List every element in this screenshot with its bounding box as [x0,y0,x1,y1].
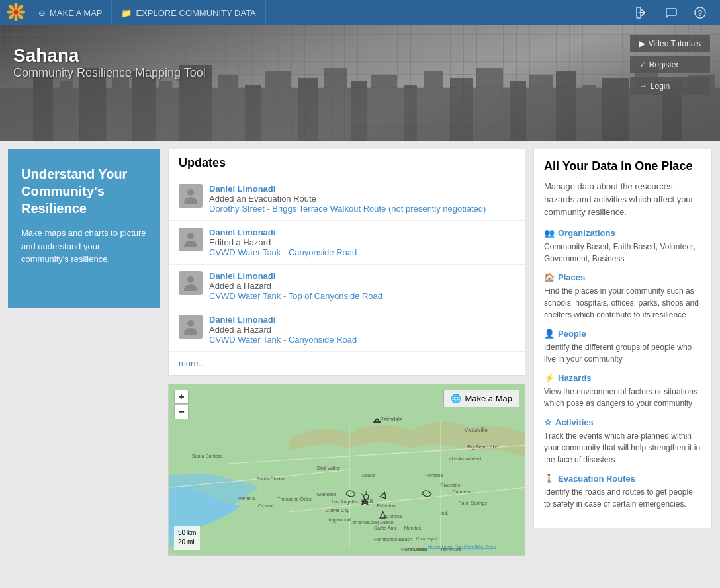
svg-point-2 [14,3,17,9]
svg-text:Humanitarian OpenStreetMap Tea: Humanitarian OpenStreetMap Team [428,544,496,550]
update-avatar [179,184,202,208]
right-panel-description: Manage data about the resources, hazards… [544,180,701,219]
explore-label: EXPLORE COMMUNITY DATA [136,8,255,18]
section-title[interactable]: ⚡ Hazards [544,373,701,383]
update-item: Daniel Limonadi Edited a Hazard CVWD Wat… [169,221,525,265]
svg-text:Temecula: Temecula [440,546,461,552]
data-section-places: 🏠 Places Find the places in your communi… [544,273,701,321]
map-controls: + − [174,390,189,419]
map-make-map-button[interactable]: 🌐 Make a Map [443,390,519,407]
section-description: Community Based, Faith Based, Volunteer,… [544,241,701,265]
update-action-text: Added a Hazard [209,325,515,335]
video-icon: ▶ [639,39,645,48]
section-icon: 👤 [544,329,555,339]
chat-nav-icon[interactable] [658,0,684,25]
data-section-people: 👤 People Identify the different groups o… [544,329,701,365]
svg-text:Calmesa: Calmesa [453,489,472,495]
help-nav-icon[interactable]: ? [687,0,713,25]
svg-text:Corona: Corona [386,513,402,519]
hero-banner: Sahana Community Resilience Mapping Tool… [0,25,720,141]
make-map-nav[interactable]: ⊕ MAKE A MAP [29,0,112,25]
map-legend-km: 50 km [178,528,196,538]
updates-list: Daniel Limonadi Added an Evacuation Rout… [169,177,525,352]
more-link[interactable]: more... [169,352,525,375]
update-avatar [179,271,202,295]
svg-text:?: ? [698,9,702,18]
update-content: Daniel Limonadi Edited a Hazard CVWD Wat… [209,228,515,257]
update-action-text: Added a Hazard [209,281,515,291]
updates-heading: Updates [169,149,525,177]
svg-text:Santa Barbara: Santa Barbara [192,453,224,459]
svg-text:Azusa: Azusa [362,472,376,478]
section-title[interactable]: ☆ Activities [544,417,701,427]
section-title[interactable]: 🏠 Places [544,273,701,282]
svg-point-15 [187,276,194,283]
update-author-name[interactable]: Daniel Limonadi [209,271,275,281]
svg-text:Ventura: Ventura [238,495,255,501]
section-icon: 🚶 [544,474,555,483]
left-panel: Understand Your Community's Resilience M… [8,149,160,308]
folder-icon: 📁 [121,8,132,18]
login-nav-icon[interactable] [629,0,655,25]
right-panel: All Your Data In One Place Manage data a… [533,149,712,528]
svg-text:Inglewood: Inglewood [329,517,351,523]
middle-column: Updates Daniel Limonadi Added an Evacuat… [168,149,525,556]
zoom-in-button[interactable]: + [174,390,189,404]
zoom-out-button[interactable]: − [174,405,189,419]
section-icon: 👥 [544,228,555,238]
svg-text:Thousand Oaks: Thousand Oaks [277,496,312,502]
update-link[interactable]: Dorothy Street - Briggs Terrace Walkout … [209,204,515,214]
top-navigation: ⊕ MAKE A MAP 📁 EXPLORE COMMUNITY DATA ? [0,0,720,25]
login-button[interactable]: → Login [630,77,710,95]
map-legend: 50 km 20 mi [174,526,200,550]
update-author-name[interactable]: Daniel Limonadi [209,315,275,325]
update-content: Daniel Limonadi Added a Hazard CVWD Wate… [209,271,515,301]
nav-right-icons: ? [629,0,713,25]
section-title[interactable]: 👥 Organizations [544,228,701,238]
svg-point-13 [187,189,194,196]
logo-icon[interactable] [7,3,25,23]
update-author-name[interactable]: Daniel Limonadi [209,184,275,194]
right-panel-sections: 👥 Organizations Community Based, Faith B… [544,228,701,510]
section-title-text: Organizations [558,228,615,238]
svg-text:Long Beach: Long Beach [368,519,394,525]
update-link[interactable]: CVWD Water Tank - Canyonside Road [209,335,515,345]
login-icon: → [639,81,647,91]
register-icon: ✓ [639,60,646,69]
explore-community-nav[interactable]: 📁 EXPLORE COMMUNITY DATA [112,0,265,25]
data-section-hazards: ⚡ Hazards View the environmental factors… [544,373,701,409]
svg-text:Simi Valley: Simi Valley [316,465,340,471]
update-link[interactable]: CVWD Water Tank - Canyonside Road [209,247,515,257]
svg-text:Los Angeles: Los Angeles [332,499,358,505]
svg-text:Culver City: Culver City [326,507,349,513]
updates-panel: Updates Daniel Limonadi Added an Evacuat… [168,149,525,376]
svg-text:Murrieta: Murrieta [410,546,429,552]
update-author-name[interactable]: Daniel Limonadi [209,228,275,237]
register-button[interactable]: ✓ Register [630,56,710,73]
section-description: Find the places in your community such a… [544,285,701,321]
svg-text:Riverside: Riverside [440,482,460,488]
section-title[interactable]: 👤 People [544,329,701,339]
svg-point-14 [187,233,194,239]
map-svg: Palmdale Victorville Santa Barbara Santa… [169,384,525,555]
globe-icon: 🌐 [451,394,461,403]
update-avatar [179,315,202,339]
svg-text:Menifee: Menifee [404,525,422,531]
right-panel-heading: All Your Data In One Place [544,159,701,173]
svg-text:Santa Clarita: Santa Clarita [256,476,285,482]
data-section-organizations: 👥 Organizations Community Based, Faith B… [544,228,701,265]
hero-content: Sahana Community Resilience Mapping Tool [0,25,720,100]
section-title-text: Activities [555,417,594,427]
svg-text:Lake Arrowhead: Lake Arrowhead [446,456,481,462]
map-icon: ⊕ [38,8,46,18]
section-title[interactable]: 🚶 Evacuation Routes [544,474,701,483]
svg-point-16 [187,320,194,327]
hero-title: Sahana [13,45,707,66]
video-tutorials-button[interactable]: ▶ Video Tutorials [630,35,710,52]
svg-text:Glendale: Glendale [316,491,336,497]
svg-text:Ind.: Ind. [440,510,448,516]
svg-text:Fontana: Fontana [426,472,444,478]
map-legend-mi: 20 mi [178,538,196,547]
data-section-activities: ☆ Activities Track the events which are … [544,417,701,466]
update-link[interactable]: CVWD Water Tank - Top of Canyonside Road [209,291,515,301]
